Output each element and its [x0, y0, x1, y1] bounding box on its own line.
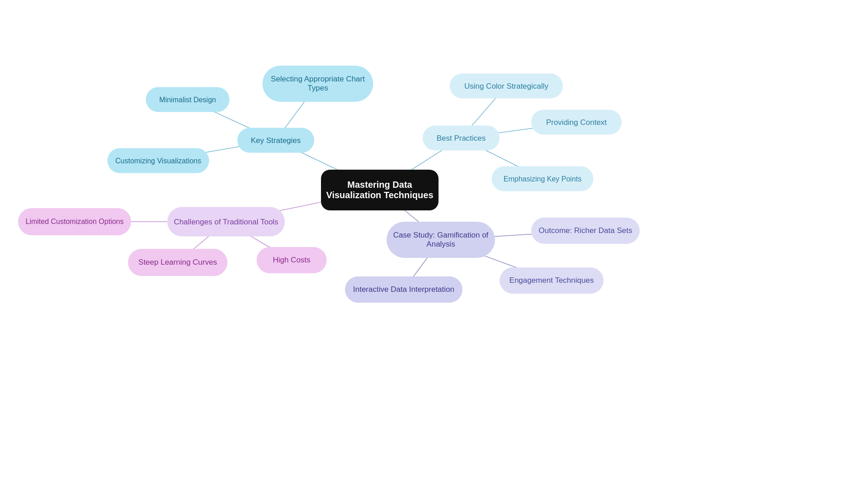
center-node[interactable]: Mastering Data Visualization Techniques [321, 170, 439, 210]
outcome-node[interactable]: Outcome: Richer Data Sets [531, 218, 640, 244]
challenges-node[interactable]: Challenges of Traditional Tools [167, 207, 285, 237]
customizing-node[interactable]: Customizing Visualizations [108, 148, 209, 173]
selecting-chart-node[interactable]: Selecting Appropriate Chart Types [263, 66, 373, 102]
steep-learning-node[interactable]: Steep Learning Curves [128, 249, 227, 276]
limited-customization-node[interactable]: Limited Customization Options [18, 208, 131, 235]
high-costs-node[interactable]: High Costs [257, 247, 327, 273]
mind-map: Mastering Data Visualization Techniques … [0, 0, 868, 490]
best-practices-node[interactable]: Best Practices [423, 126, 500, 151]
using-color-node[interactable]: Using Color Strategically [450, 74, 563, 99]
emphasizing-key-node[interactable]: Emphasizing Key Points [492, 167, 594, 191]
minimalist-design-node[interactable]: Minimalist Design [146, 87, 230, 112]
case-study-node[interactable]: Case Study: Gamification of Analysis [387, 222, 495, 258]
interactive-data-node[interactable]: Interactive Data Interpretation [345, 276, 462, 303]
engagement-node[interactable]: Engagement Techniques [500, 267, 604, 294]
providing-context-node[interactable]: Providing Context [531, 110, 622, 135]
key-strategies-node[interactable]: Key Strategies [237, 128, 314, 153]
